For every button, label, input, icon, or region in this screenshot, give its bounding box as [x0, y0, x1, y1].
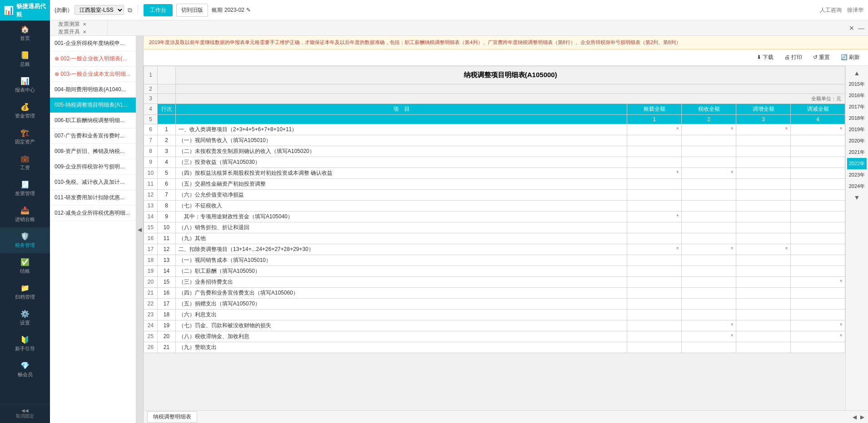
data-col3[interactable] — [736, 298, 791, 309]
data-col2[interactable] — [682, 276, 736, 287]
left-panel-item-003[interactable]: ⊗ 003-一般企业成本支出明细... — [50, 67, 136, 82]
year-item-2018年[interactable]: 2018年 — [847, 113, 867, 124]
year-item-2020年[interactable]: 2020年 — [847, 135, 867, 147]
data-col3[interactable] — [736, 146, 791, 157]
project-cell[interactable]: 二、扣除类调整项目（13+14+...24+26+27+28+29+30） — [176, 244, 627, 255]
data-col4[interactable] — [791, 255, 845, 266]
data-col2[interactable] — [682, 157, 736, 167]
project-cell[interactable]: （九）其他 — [176, 233, 627, 244]
data-col4[interactable] — [791, 189, 845, 200]
project-cell[interactable]: （三）投资收益（填写A105030） — [176, 157, 627, 167]
data-col2[interactable] — [682, 222, 736, 233]
data-col2[interactable] — [682, 266, 736, 276]
data-col2[interactable] — [682, 135, 736, 146]
project-cell[interactable]: （五）交易性金融资产初始投资调整 — [176, 178, 627, 189]
project-cell[interactable]: （八）税收滞纳金、加收利息 — [176, 331, 627, 342]
data-col1[interactable]: * — [627, 244, 682, 255]
data-col2[interactable] — [682, 298, 736, 309]
data-col2[interactable] — [682, 233, 736, 244]
data-col3[interactable] — [736, 178, 791, 189]
sidebar-item-newbie[interactable]: 🔰新手引导 — [0, 331, 50, 357]
left-panel-item-005[interactable]: 005-纳税调整项目明细表(A1... — [50, 98, 136, 113]
data-col4[interactable] — [791, 157, 845, 167]
data-col1[interactable] — [627, 331, 682, 342]
data-col4[interactable] — [791, 178, 845, 189]
sidebar-item-asset[interactable]: 💰资金管理 — [0, 98, 50, 124]
data-col4[interactable] — [791, 342, 845, 353]
data-col1[interactable] — [627, 266, 682, 276]
data-col2[interactable] — [682, 342, 736, 353]
data-col4[interactable]: * — [791, 331, 845, 342]
data-col3[interactable] — [736, 331, 791, 342]
data-col2[interactable] — [682, 189, 736, 200]
year-item-2019年[interactable]: 2019年 — [847, 124, 867, 135]
data-col4[interactable] — [791, 233, 845, 244]
scroll-left[interactable]: ◀ — [853, 414, 857, 420]
data-col4[interactable] — [791, 135, 845, 146]
data-col2[interactable] — [682, 211, 736, 222]
year-item-2017年[interactable]: 2017年 — [847, 101, 867, 113]
project-cell[interactable]: （六）公允价值变动净损益 — [176, 189, 627, 200]
data-col2[interactable] — [682, 255, 736, 266]
data-col3[interactable] — [736, 233, 791, 244]
data-col3[interactable] — [736, 167, 791, 178]
data-col4[interactable] — [791, 222, 845, 233]
unpin-button[interactable]: ◀◀ 取消固定 — [0, 404, 50, 423]
data-col3[interactable]: * — [736, 244, 791, 255]
data-col1[interactable] — [627, 146, 682, 157]
data-col1[interactable] — [627, 287, 682, 298]
tab-invoice_calc[interactable]: 发票测算✕ — [54, 20, 108, 28]
workbench-button[interactable]: 工作台 — [144, 4, 173, 16]
service-button[interactable]: 人工咨询 — [820, 6, 842, 14]
data-col1[interactable] — [627, 189, 682, 200]
data-col1[interactable] — [627, 342, 682, 353]
scroll-right[interactable]: ▶ — [860, 414, 864, 420]
data-col2[interactable] — [682, 178, 736, 189]
sidebar-item-salary[interactable]: 💼工资 — [0, 150, 50, 176]
data-col1[interactable] — [627, 157, 682, 167]
data-col1[interactable]: * — [627, 211, 682, 222]
sidebar-item-ledger[interactable]: 📒总账 — [0, 46, 50, 72]
year-item-2016年[interactable]: 2016年 — [847, 90, 867, 101]
project-cell[interactable]: （五）捐赠支出（填写A105070） — [176, 298, 627, 309]
copy-icon[interactable]: ⧉ — [128, 6, 132, 14]
data-col3[interactable] — [736, 200, 791, 211]
year-item-2024年[interactable]: 2024年 — [847, 181, 867, 192]
print-button[interactable]: 🖨 打印 — [782, 52, 805, 63]
data-col2[interactable]: * — [682, 331, 736, 342]
sidebar-item-report[interactable]: 📊报表中心 — [0, 72, 50, 98]
left-panel-item-006[interactable]: 006-职工薪酬纳税调整明细... — [50, 113, 136, 128]
left-panel-item-010[interactable]: 010-免税、减计收入及加计... — [50, 175, 136, 190]
project-cell[interactable]: （四）按权益法核算长期股权投资对初始投资成本调整 确认收益 — [176, 167, 627, 178]
left-panel-item-009[interactable]: 009-企业所得税弥补亏损明... — [50, 159, 136, 175]
data-col3[interactable]: * — [736, 124, 791, 135]
left-panel-item-004[interactable]: 004-期间费用明细表(A1040... — [50, 82, 136, 98]
left-panel-item-002[interactable]: ⊗ 002-一般企业收入明细表(A1... — [50, 51, 136, 67]
bottom-tab-item[interactable]: 纳税调整明细表 — [147, 411, 197, 423]
sidebar-item-purchase[interactable]: 📥进销台账 — [0, 202, 50, 227]
data-col4[interactable] — [791, 167, 845, 178]
minimize-tab-icon[interactable]: — — [858, 25, 864, 32]
year-down-nav[interactable]: ▼ — [852, 192, 862, 203]
project-cell[interactable]: （一）视同销售收入（填写A105010） — [176, 135, 627, 146]
data-col2[interactable] — [682, 309, 736, 320]
data-col2[interactable] — [682, 287, 736, 298]
download-button[interactable]: ⬇ 下载 — [754, 52, 776, 63]
data-col4[interactable]: * — [791, 276, 845, 287]
data-col3[interactable] — [736, 157, 791, 167]
left-panel-item-012[interactable]: 012-减免企业所得税优惠明细... — [50, 206, 136, 221]
project-cell[interactable]: （八）销售折扣、折让和退回 — [176, 222, 627, 233]
project-cell[interactable]: （七）罚金、罚款和被没收财物的损失 — [176, 320, 627, 331]
sidebar-item-settle[interactable]: ✅结账 — [0, 253, 50, 279]
year-item-2022年[interactable]: 2022年 — [847, 158, 867, 169]
data-col3[interactable] — [736, 287, 791, 298]
sidebar-item-archive[interactable]: 📁归档管理 — [0, 279, 50, 305]
data-col3[interactable] — [736, 211, 791, 222]
old-version-button[interactable]: 切到旧版 — [176, 4, 208, 17]
edit-period-icon[interactable]: ✎ — [246, 7, 251, 13]
data-col3[interactable] — [736, 189, 791, 200]
data-col4[interactable] — [791, 287, 845, 298]
data-col1[interactable]: * — [627, 124, 682, 135]
project-cell[interactable]: （三）业务招待费支出 — [176, 276, 627, 287]
reset-button[interactable]: ↺ 重置 — [810, 52, 833, 63]
